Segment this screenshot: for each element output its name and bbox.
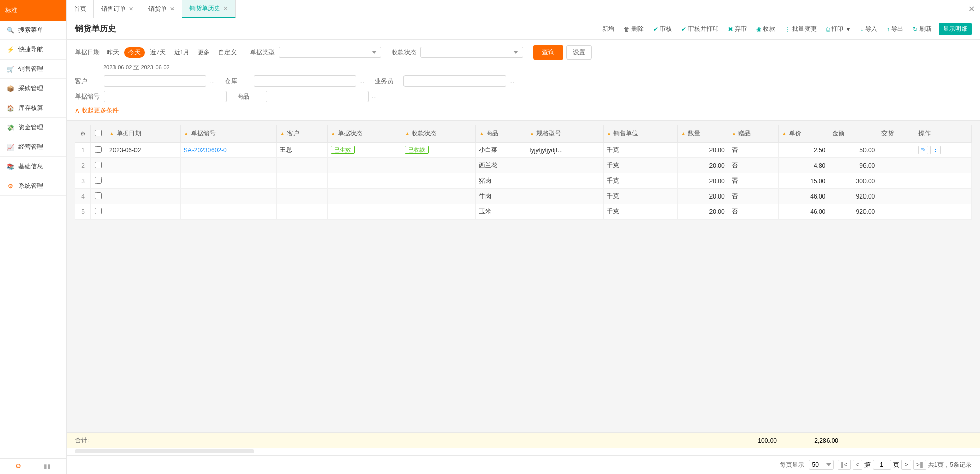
sidebar-item-finance[interactable]: 💸 资金管理 [0,118,66,137]
sidebar-item-ops-mgmt[interactable]: 📈 经营管理 [0,137,66,157]
th-date[interactable]: ▲单据日期 [106,125,181,143]
sidebar-item-search-menu[interactable]: 🔍 搜索菜单 [0,21,66,40]
th-gear[interactable]: ⚙ [75,125,91,143]
date-btn-yesterday[interactable]: 昨天 [104,47,122,58]
sort-billno-icon: ▲ [184,131,189,136]
sidebar-settings-icon[interactable]: ⚙ [15,463,21,470]
date-btn-more[interactable]: 更多 [195,47,213,58]
cell-check[interactable] [91,158,106,173]
revoke-audit-button[interactable]: ✖ 弃审 [726,24,749,34]
close-all-tabs-button[interactable]: ✕ [968,4,975,14]
th-quantity[interactable]: ▲数量 [678,125,728,143]
sidebar-item-quick-nav[interactable]: ⚡ 快捷导航 [0,40,66,60]
export-button[interactable]: ↑ 导出 [885,24,906,34]
date-btn-custom[interactable]: 自定义 [215,47,240,58]
sidebar-item-purchase-mgmt[interactable]: 📦 采购管理 [0,79,66,98]
cell-date [106,189,181,204]
close-delivery-icon[interactable]: ✕ [170,6,175,12]
cell-bill-no[interactable] [180,173,277,189]
cell-check[interactable] [91,189,106,204]
cell-gift: 否 [728,204,778,220]
th-bill-status[interactable]: ▲单据状态 [327,125,401,143]
warehouse-input[interactable] [254,75,356,87]
row-checkbox[interactable] [95,192,102,199]
row-checkbox[interactable] [95,162,102,168]
print-button[interactable]: ⎙ 打印 ▼ [824,24,853,34]
audit-print-button[interactable]: ✔ 审核并打印 [679,24,721,34]
select-all-checkbox[interactable] [95,130,102,136]
th-bill-no[interactable]: ▲单据编号 [180,125,277,143]
prev-page-button[interactable]: < [853,460,862,470]
th-spec[interactable]: ▲规格型号 [526,125,603,143]
bill-no-input[interactable] [104,91,227,102]
cell-check[interactable] [91,143,106,158]
date-btn-1month[interactable]: 近1月 [171,47,193,58]
scrollbar-thumb[interactable] [75,449,254,453]
query-button[interactable]: 查询 [533,45,563,60]
salesperson-input[interactable] [403,75,506,87]
batch-change-button[interactable]: ⋮ 批量变更 [782,24,819,34]
tab-sales-order[interactable]: 销售订单 ✕ [94,0,141,18]
horizontal-scrollbar[interactable] [67,448,980,455]
delete-button[interactable]: 🗑 删除 [622,24,646,34]
th-product[interactable]: ▲商品 [476,125,526,143]
collection-status-select[interactable] [420,47,523,58]
customer-dots[interactable]: ... [209,77,215,85]
tab-delivery-label: 销货单 [148,5,167,13]
cell-bill-no[interactable] [180,158,277,173]
cell-check[interactable] [91,204,106,220]
audit-icon: ✔ [653,26,658,33]
audit-button[interactable]: ✔ 审核 [651,24,674,34]
product-dots[interactable]: ... [372,93,377,100]
row-checkbox[interactable] [95,146,102,153]
show-detail-button[interactable]: 显示明细 [939,23,972,35]
last-page-button[interactable]: >‖ [913,460,926,470]
th-customer[interactable]: ▲客户 [277,125,327,143]
th-collection-status[interactable]: ▲收款状态 [401,125,476,143]
th-price[interactable]: ▲单价 [778,125,829,143]
new-button[interactable]: + 新增 [595,24,617,34]
close-history-icon[interactable]: ✕ [223,5,228,12]
cell-bill-no[interactable]: SA-20230602-0 [180,143,277,158]
first-page-button[interactable]: ‖< [838,460,851,470]
tab-history-label: 销货单历史 [189,4,220,13]
date-btn-7days[interactable]: 近7天 [147,47,169,58]
set-button[interactable]: 设置 [566,45,592,60]
cell-check[interactable] [91,173,106,189]
cell-amount: 920.00 [829,189,878,204]
product-input[interactable] [266,91,369,102]
cell-price: 4.80 [778,158,829,173]
date-btn-today[interactable]: 今天 [124,47,145,58]
cell-bill-no[interactable] [180,204,277,220]
th-gift[interactable]: ▲赠品 [728,125,778,143]
th-check[interactable] [91,125,106,143]
row-checkbox[interactable] [95,208,102,214]
cell-bill-no[interactable] [180,189,277,204]
collect-button[interactable]: ◉ 收款 [754,24,777,34]
bill-type-select[interactable] [279,47,381,58]
sidebar-item-inventory[interactable]: 🏠 库存核算 [0,98,66,118]
sidebar-item-sys-mgmt[interactable]: ⚙ 系统管理 [0,176,66,196]
tab-history[interactable]: 销货单历史 ✕ [182,0,236,18]
sidebar-pause-icon[interactable]: ▮▮ [44,463,51,470]
collapse-button[interactable]: ∧ 收起更多条件 [75,106,972,115]
bill-no-link[interactable]: SA-20230602-0 [184,147,227,154]
salesperson-dots[interactable]: ... [509,77,514,85]
cell-num: 2 [75,158,91,173]
warehouse-dots[interactable]: ... [359,77,364,85]
row-checkbox[interactable] [95,177,102,184]
edit-button[interactable]: ✎ [918,146,928,154]
more-button[interactable]: ⋮ [930,146,941,154]
refresh-button[interactable]: ↻ 刷新 [911,24,934,34]
th-sales-unit[interactable]: ▲销售单位 [603,125,678,143]
customer-input[interactable] [104,75,206,87]
tab-delivery[interactable]: 销货单 ✕ [141,0,182,18]
tab-home[interactable]: 首页 [67,0,94,18]
page-number-input[interactable] [873,460,891,470]
next-page-button[interactable]: > [901,460,911,470]
sidebar-item-sales-mgmt[interactable]: 🛒 销售管理 [0,60,66,79]
per-page-select[interactable]: 50 100 [809,460,834,470]
sidebar-item-basic-info[interactable]: 📚 基础信息 [0,157,66,176]
import-button[interactable]: ↓ 导入 [858,24,879,34]
close-sales-order-icon[interactable]: ✕ [129,6,133,12]
